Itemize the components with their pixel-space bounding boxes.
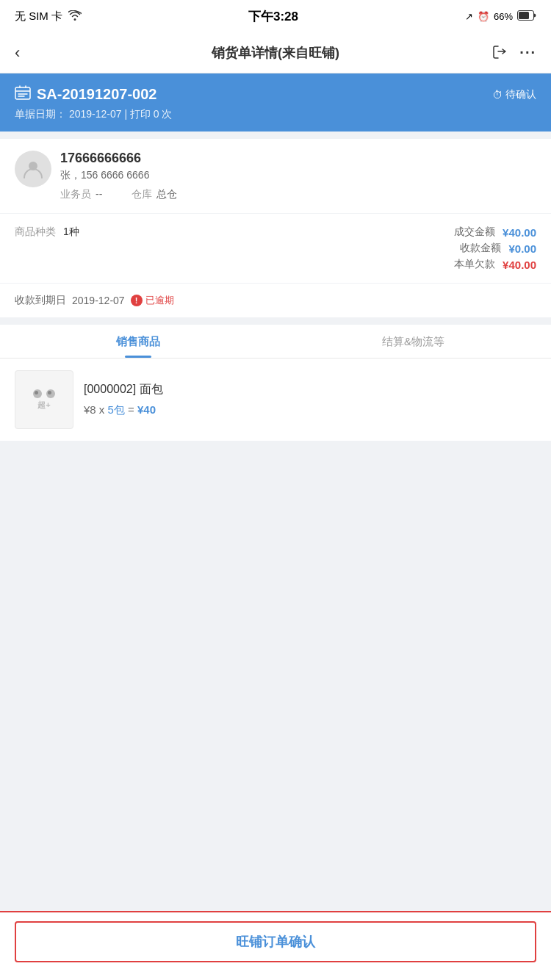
status-right: ↗ ⏰ 66% (465, 10, 536, 23)
product-name: [0000002] 面包 (84, 382, 536, 397)
customer-section: 17666666666 张，156 6666 6666 业务员 -- 仓库 总仓 (0, 139, 551, 213)
status-left: 无 SIM 卡 (15, 10, 82, 24)
product-img-inner: 超+ (33, 389, 55, 411)
nav-actions: ··· (491, 43, 536, 62)
product-info: [0000002] 面包 ¥8 x 5包 = ¥40 (84, 382, 536, 417)
product-code: [0000002] (84, 383, 136, 395)
customer-phone: 17666666666 (60, 151, 536, 166)
status-time: 下午3:28 (248, 8, 298, 25)
sales-label: 业务员 (60, 188, 91, 201)
customer-name: 张，156 6666 6666 (60, 169, 536, 182)
warehouse-meta: 仓库 总仓 (132, 188, 177, 201)
owl-eye-left (33, 389, 42, 398)
amount-value: ¥40.00 (503, 226, 536, 239)
tabs-section: 销售商品 结算&物流等 超+ [0000002] 面包 ¥8 x 5包 = ¥4… (0, 325, 551, 441)
summary-left: 商品种类 1种 (15, 226, 79, 239)
warehouse-value: 总仓 (156, 188, 177, 201)
summary-row: 商品种类 1种 成交金额 ¥40.00 收款金额 ¥0.00 本单欠款 ¥40.… (15, 226, 536, 271)
due-date-value: 2019-12-07 (72, 295, 125, 306)
bottom-bar: 旺铺订单确认 (0, 911, 551, 980)
status-clock-icon: ⏱ (492, 89, 503, 101)
due-date-label: 收款到期日 (15, 294, 66, 307)
sales-value: -- (96, 188, 102, 201)
price-base: ¥8 x (84, 403, 108, 416)
sales-meta: 业务员 -- (60, 188, 102, 201)
confirm-order-button[interactable]: 旺铺订单确认 (15, 921, 536, 962)
received-value: ¥0.00 (508, 242, 536, 255)
received-row: 收款金额 ¥0.00 (460, 242, 536, 255)
amount-row: 成交金额 ¥40.00 (454, 226, 536, 239)
status-bar: 无 SIM 卡 下午3:28 ↗ ⏰ 66% (0, 0, 551, 32)
order-date-row: 单据日期： 2019-12-07 | 打印 0 次 (15, 108, 536, 121)
category-value: 1种 (63, 226, 79, 237)
order-status: ⏱ 待确认 (492, 88, 536, 101)
order-header: SA-20191207-002 ⏱ 待确认 单据日期： 2019-12-07 |… (0, 73, 551, 131)
tabs-row: 销售商品 结算&物流等 (0, 325, 551, 359)
price-total: ¥40 (137, 403, 156, 416)
product-item: 超+ [0000002] 面包 ¥8 x 5包 = ¥40 (0, 359, 551, 441)
tab-settlement[interactable]: 结算&物流等 (276, 325, 551, 358)
tab-sales-goods[interactable]: 销售商品 (0, 325, 276, 358)
back-button[interactable]: ‹ (9, 37, 26, 68)
summary-section: 商品种类 1种 成交金额 ¥40.00 收款金额 ¥0.00 本单欠款 ¥40.… (0, 214, 551, 283)
owl-eye-right (46, 389, 55, 398)
customer-meta: 业务员 -- 仓库 总仓 (60, 188, 536, 201)
price-qty: 5包 (108, 403, 125, 416)
overdue-dot: ! (131, 295, 143, 306)
more-icon[interactable]: ··· (519, 44, 536, 61)
overdue-text: 已逾期 (145, 294, 174, 307)
svg-rect-1 (519, 12, 529, 19)
avatar (15, 151, 51, 187)
order-id: SA-20191207-002 (15, 85, 156, 104)
customer-row: 17666666666 张，156 6666 6666 业务员 -- 仓库 总仓 (15, 151, 536, 201)
summary-right: 成交金额 ¥40.00 收款金额 ¥0.00 本单欠款 ¥40.00 (454, 226, 536, 271)
owed-row: 本单欠款 ¥40.00 (454, 258, 536, 271)
nav-bar: ‹ 销货单详情(来自旺铺) ··· (0, 32, 551, 73)
nav-title: 销货单详情(来自旺铺) (212, 44, 339, 62)
brand-text: 超+ (37, 400, 50, 411)
svg-rect-2 (15, 87, 30, 99)
carrier-text: 无 SIM 卡 (15, 10, 62, 24)
empty-area (0, 441, 551, 588)
product-name-text: 面包 (140, 383, 163, 395)
owed-label: 本单欠款 (454, 258, 495, 271)
battery-icon (517, 10, 536, 23)
amount-label: 成交金额 (454, 226, 495, 239)
alarm-icon: ⏰ (478, 11, 489, 22)
due-date-section: 收款到期日 2019-12-07 ! 已逾期 (0, 284, 551, 317)
battery-text: 66% (494, 11, 513, 22)
customer-info: 17666666666 张，156 6666 6666 业务员 -- 仓库 总仓 (60, 151, 536, 201)
category-label: 商品种类 (15, 226, 56, 237)
wifi-icon (68, 10, 82, 23)
overdue-badge: ! 已逾期 (131, 294, 174, 307)
owed-value: ¥40.00 (503, 259, 536, 271)
order-id-row: SA-20191207-002 ⏱ 待确认 (15, 85, 536, 104)
order-icon (15, 85, 31, 104)
received-label: 收款金额 (460, 242, 501, 255)
owl-eyes (33, 389, 55, 398)
share-icon[interactable] (491, 43, 508, 62)
product-price: ¥8 x 5包 = ¥40 (84, 403, 536, 417)
product-image: 超+ (15, 370, 73, 429)
location-icon: ↗ (465, 11, 473, 22)
warehouse-label: 仓库 (132, 188, 152, 201)
price-equals: = (125, 403, 137, 416)
